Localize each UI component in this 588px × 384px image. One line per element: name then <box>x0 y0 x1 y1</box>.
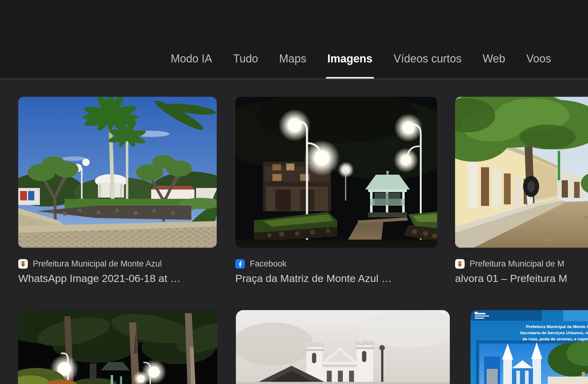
vintage-church-illustration <box>236 310 450 384</box>
result-image-night-plaza[interactable] <box>235 97 437 248</box>
night-palms-illustration <box>18 310 217 384</box>
tab-voos[interactable]: Voos <box>526 52 551 79</box>
result-image-night-palms[interactable] <box>18 310 217 384</box>
result-image-street[interactable] <box>455 97 588 248</box>
result-card[interactable]: Facebook Praça da Matriz de Monte Azul … <box>235 97 437 284</box>
flyer-line: de ruas, poda de árvores, e capina de pr… <box>480 336 588 342</box>
search-header: Modo IA Tudo Maps Imagens Vídeos curtos … <box>0 0 588 79</box>
tab-modo-ia[interactable]: Modo IA <box>171 52 212 79</box>
flyer-illustration <box>471 310 588 384</box>
facebook-icon <box>235 259 245 269</box>
result-source: Facebook <box>250 259 287 269</box>
result-image-day-plaza[interactable] <box>18 97 217 248</box>
header-divider <box>0 79 588 79</box>
result-caption[interactable]: Prefeitura Municipal de M <box>455 259 588 269</box>
street-illustration <box>455 97 588 248</box>
result-card[interactable] <box>18 310 217 384</box>
result-card[interactable]: Prefeitura Municipal de M alvora 01 – Pr… <box>455 97 588 284</box>
result-source: Prefeitura Municipal de Monte Azul <box>33 259 162 269</box>
flyer-line: Prefeitura Municipal de Monte Azul, atra… <box>480 324 588 330</box>
day-plaza-illustration <box>18 97 217 248</box>
flyer-text: Prefeitura Municipal de Monte Azul, atra… <box>480 324 588 342</box>
tab-web[interactable]: Web <box>483 52 505 79</box>
result-source: Prefeitura Municipal de M <box>470 259 564 269</box>
tab-imagens-label: Imagens <box>327 52 373 65</box>
google-images-results-page: Modo IA Tudo Maps Imagens Vídeos curtos … <box>0 0 588 384</box>
result-title[interactable]: alvora 01 – Prefeitura M <box>455 272 588 284</box>
search-tabs: Modo IA Tudo Maps Imagens Vídeos curtos … <box>171 0 551 79</box>
result-card[interactable] <box>236 310 450 384</box>
result-card[interactable]: Prefeitura Municipal de Monte Azul Whats… <box>18 97 217 284</box>
tab-maps[interactable]: Maps <box>279 52 306 79</box>
result-image-vintage-church[interactable] <box>236 310 450 384</box>
result-caption[interactable]: Facebook <box>235 259 437 269</box>
prefeitura-crest-icon <box>18 259 28 269</box>
tab-imagens[interactable]: Imagens <box>327 52 373 79</box>
result-image-flyer[interactable]: Prefeitura Municipal de Monte Azul, atra… <box>471 310 588 384</box>
tab-tudo[interactable]: Tudo <box>233 52 258 79</box>
night-plaza-illustration <box>235 97 437 248</box>
prefeitura-crest-icon <box>455 259 465 269</box>
result-title[interactable]: WhatsApp Image 2021-06-18 at … <box>18 272 217 284</box>
result-title[interactable]: Praça da Matriz de Monte Azul … <box>235 272 437 284</box>
tab-videos-curtos[interactable]: Vídeos curtos <box>394 52 462 79</box>
flyer-line: Secretaria de Serviços Urbanos, realizou… <box>480 330 588 336</box>
result-card[interactable]: Prefeitura Municipal de Monte Azul, atra… <box>471 310 588 384</box>
result-caption[interactable]: Prefeitura Municipal de Monte Azul <box>18 259 217 269</box>
